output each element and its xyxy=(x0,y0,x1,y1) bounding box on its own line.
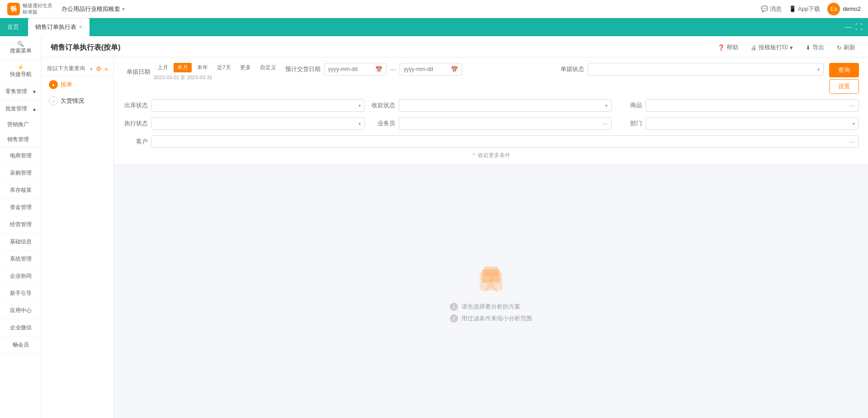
sidebar-section-wholesale: 批发管理 ▴ 营销推广 销售管理 xyxy=(0,100,41,147)
add-scheme-button[interactable]: + xyxy=(90,65,93,72)
top-bar: 畅 畅捷通好生意 标准版 办公用品行业模拟账套 ▾ 💬 消息 📱 App下载 E… xyxy=(0,0,868,18)
sidebar-sub-item-marketing[interactable]: 营销推广 xyxy=(0,117,41,132)
sidebar-item-basics[interactable]: 基础信息 xyxy=(0,233,41,251)
date-tab-more[interactable]: 更多 xyxy=(236,63,255,72)
receipt-status-select[interactable]: ▾ xyxy=(399,99,612,112)
date-range-text: 2023-03-01 至 2023-03-31 xyxy=(154,74,280,81)
empty-tip-2: 2 用过滤条件来缩小分析范围 xyxy=(450,314,532,323)
page-header-actions: ❓ 帮助 🖨 按模板打印 ▾ ⬇ 导出 ↻ 刷新 xyxy=(714,42,859,53)
customer-dots-icon: ··· xyxy=(849,138,855,145)
status-select[interactable]: ▾ xyxy=(588,63,824,76)
sidebar: 🔍 搜索菜单 ⚡ 快捷导航 零售管理 ▾ 批发管理 ▴ 营销推广 销售管理 xyxy=(0,36,42,418)
receipt-status-chevron-icon: ▾ xyxy=(605,103,608,108)
avatar: Ea xyxy=(827,3,840,15)
out-status-chevron-icon: ▾ xyxy=(359,103,361,108)
tab-close-icon[interactable]: × xyxy=(79,24,82,30)
expected-date-start-input[interactable]: 📅 xyxy=(324,63,387,76)
salesperson-input[interactable]: ··· xyxy=(399,117,612,130)
status-label: 单据状态 xyxy=(557,65,584,73)
filter-out-status: 出库状态 ▾ xyxy=(123,99,365,112)
user-info[interactable]: Ea demo2 xyxy=(827,3,861,15)
sidebar-item-inventory[interactable]: 库存核算 xyxy=(0,182,41,199)
collapse-button[interactable]: ⌃ 收起更多条件 xyxy=(123,152,859,159)
sidebar-item-newguide[interactable]: 新手引导 xyxy=(0,285,41,302)
print-button[interactable]: 🖨 按模板打印 ▾ xyxy=(747,42,797,53)
sidebar-item-quicknav[interactable]: ⚡ 快捷导航 xyxy=(0,60,41,83)
help-button[interactable]: ❓ 帮助 xyxy=(714,42,742,53)
left-panel: 按以下方案查询 + ⚙ « ● 按单 ○ 欠货情况 xyxy=(42,57,114,418)
refresh-icon: ↻ xyxy=(837,44,842,51)
filter-panel: 单据日期 上月 本月 本年 近7天 更多 自定义 20 xyxy=(114,57,868,165)
collapse-panel-button[interactable]: « xyxy=(104,65,108,72)
dept-chevron-icon: ▾ xyxy=(853,121,855,126)
tab-minimize-icon[interactable]: — xyxy=(844,23,852,31)
calendar-end-icon: 📅 xyxy=(451,66,458,73)
calendar-icon: 📅 xyxy=(375,66,382,73)
sidebar-item-member[interactable]: 畅会员 xyxy=(0,337,41,354)
sidebar-item-wechat[interactable]: 企业微信 xyxy=(0,319,41,337)
sidebar-item-purchase[interactable]: 采购管理 xyxy=(0,165,41,182)
collapse-icon: ⌃ xyxy=(472,152,476,159)
date-tab-last7[interactable]: 近7天 xyxy=(213,63,235,72)
logo-area: 畅 畅捷通好生意 标准版 xyxy=(7,3,52,15)
help-icon: ❓ xyxy=(717,44,725,51)
top-bar-right: 💬 消息 📱 App下载 Ea demo2 xyxy=(761,3,861,15)
sidebar-item-appcenter[interactable]: 应用中心 xyxy=(0,302,41,319)
filter-exec-status: 执行状态 ▾ xyxy=(123,117,365,130)
customer-input[interactable]: ··· xyxy=(151,135,859,148)
query-button[interactable]: 查询 xyxy=(829,63,859,77)
scheme-icon-active: ● xyxy=(49,80,58,89)
message-button[interactable]: 💬 消息 xyxy=(761,5,782,13)
refresh-button[interactable]: ↻ 刷新 xyxy=(833,42,859,53)
sidebar-item-operations[interactable]: 经营管理 xyxy=(0,216,41,233)
tab-home[interactable]: 首页 xyxy=(0,18,26,36)
scheme-item-by-order[interactable]: ● 按单 xyxy=(42,76,113,93)
export-button[interactable]: ⬇ 导出 xyxy=(802,42,828,53)
retail-chevron-icon: ▾ xyxy=(33,89,36,95)
sidebar-item-retail[interactable]: 零售管理 ▾ xyxy=(0,83,41,100)
exec-status-select[interactable]: ▾ xyxy=(151,117,365,130)
sidebar-item-system[interactable]: 系统管理 xyxy=(0,251,41,268)
filter-dept: 部门 ▾ xyxy=(617,117,859,130)
settings-scheme-button[interactable]: ⚙ xyxy=(96,65,102,72)
customer-label: 客户 xyxy=(123,138,148,146)
dept-select[interactable]: ▾ xyxy=(646,117,859,130)
date-tab-custom[interactable]: 自定义 xyxy=(256,63,280,72)
status-chevron-icon: ▾ xyxy=(817,67,820,72)
tab-sales-order[interactable]: 销售订单执行表 × xyxy=(28,18,90,36)
tip-num-2: 2 xyxy=(450,314,458,323)
download-icon: 📱 xyxy=(789,5,796,12)
sidebar-item-search[interactable]: 🔍 搜索菜单 xyxy=(0,36,41,60)
top-bar-left: 畅 畅捷通好生意 标准版 办公用品行业模拟账套 ▾ xyxy=(7,3,125,15)
search-icon: 🔍 xyxy=(17,41,24,47)
empty-state: 1 请先选择要分析的方案 2 用过滤条件来缩小分析范围 xyxy=(114,165,868,418)
sidebar-item-wholesale[interactable]: 批发管理 ▴ xyxy=(0,100,41,117)
breadcrumb-arrow-icon[interactable]: ▾ xyxy=(122,6,125,12)
sidebar-sub-item-sales[interactable]: 销售管理 xyxy=(0,132,41,147)
tab-maximize-icon[interactable]: ⛶ xyxy=(855,23,863,31)
empty-illustration xyxy=(473,261,509,297)
salesperson-dots-icon: ··· xyxy=(603,120,608,127)
empty-tips: 1 请先选择要分析的方案 2 用过滤条件来缩小分析范围 xyxy=(450,303,532,323)
out-status-select[interactable]: ▾ xyxy=(151,99,365,112)
logo-icon: 畅 xyxy=(7,3,20,15)
inner-layout: 按以下方案查询 + ⚙ « ● 按单 ○ 欠货情况 xyxy=(42,57,868,418)
scheme-item-shortage[interactable]: ○ 欠货情况 xyxy=(42,93,113,109)
date-tab-this-year[interactable]: 本年 xyxy=(193,63,212,72)
settings-button[interactable]: 设置 xyxy=(829,79,859,94)
sidebar-item-enterprise[interactable]: 企业协同 xyxy=(0,268,41,285)
svg-rect-2 xyxy=(484,266,498,276)
app-download-button[interactable]: 📱 App下载 xyxy=(789,5,820,13)
page-title: 销售订单执行表(按单) xyxy=(51,43,121,52)
scheme-icon-inactive: ○ xyxy=(49,96,58,105)
date-separator: — xyxy=(390,66,396,73)
goods-input[interactable]: ··· xyxy=(646,99,859,112)
export-icon: ⬇ xyxy=(806,44,811,51)
expected-date-end-input[interactable]: 📅 xyxy=(400,63,462,76)
sidebar-item-finance[interactable]: 资金管理 xyxy=(0,199,41,216)
sidebar-item-ecommerce[interactable]: 电商管理 xyxy=(0,147,41,165)
sidebar-section-retail: 零售管理 ▾ xyxy=(0,83,41,100)
date-tab-this-month[interactable]: 本月 xyxy=(174,63,192,72)
filter-goods: 商品 ··· xyxy=(617,99,859,112)
date-tab-last-month[interactable]: 上月 xyxy=(154,63,172,72)
